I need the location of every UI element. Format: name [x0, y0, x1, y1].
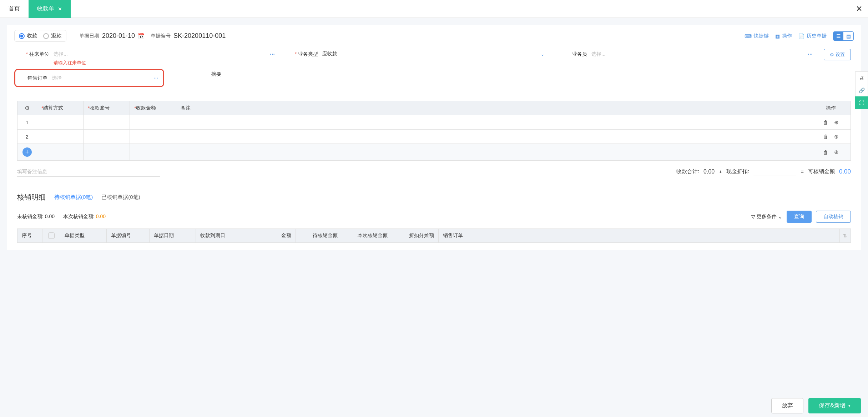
ellipsis-icon[interactable]: ⋯ [270, 51, 275, 57]
col-pend: 待核销金额 [296, 229, 342, 242]
col-note: 备注 [176, 101, 811, 115]
radio-label: 收款 [27, 32, 37, 39]
col-date: 单据日期 [150, 229, 196, 242]
delete-icon[interactable]: 🗑 [823, 134, 828, 140]
gear-icon: ⚙ [830, 52, 834, 57]
writeoff-value: 0.00 [839, 168, 851, 175]
calendar-icon[interactable]: 📅 [138, 32, 145, 39]
shortcut-link[interactable]: ⌨快捷键 [745, 33, 769, 39]
view-card-icon[interactable]: ▤ [843, 32, 853, 40]
thiswriteoff-val: 0.00 [96, 213, 106, 219]
radio-refund[interactable]: 退款 [43, 32, 62, 39]
side-print-icon[interactable]: 🖨 [855, 71, 868, 84]
row-num: 2 [17, 130, 37, 144]
grid-icon: ▦ [775, 33, 780, 39]
grid-row: 1 🗑⊕ [17, 115, 851, 130]
col-amt: 收款金额 [130, 101, 176, 115]
tab-done[interactable]: 已核销单据(0笔) [101, 194, 140, 201]
radio-icon [19, 33, 25, 39]
doc-date-value[interactable]: 2020-01-10 [102, 32, 135, 40]
query-button[interactable]: 查询 [787, 211, 812, 223]
view-toggle: ☰ ▤ [833, 31, 854, 41]
tab-label: 收款单 [37, 5, 54, 12]
col-disc: 折扣分摊额 [392, 229, 439, 242]
gear-icon[interactable]: ⚙ [17, 101, 37, 115]
detail-grid: 序号 单据类型 单据编号 单据日期 收款到期日 金额 待核销金额 本次核销金额 … [17, 228, 851, 243]
keyboard-icon: ⌨ [745, 33, 752, 39]
total-value: 0.00 [703, 169, 715, 175]
settings-button[interactable]: ⚙设置 [824, 49, 851, 60]
col-order: 销售订单 [439, 229, 840, 242]
copy-icon[interactable]: ⊕ [834, 134, 839, 140]
biztype-label: 业务类型 [286, 51, 318, 57]
select-all-checkbox[interactable] [48, 232, 55, 239]
delete-icon[interactable]: 🗑 [823, 149, 828, 155]
radio-receipt[interactable]: 收款 [19, 32, 37, 39]
col-this: 本次核销金额 [342, 229, 392, 242]
unwriteoff-label: 未核销金额: [17, 213, 44, 219]
grid-row-add: + 🗑⊕ [17, 144, 851, 160]
col-due: 收款到期日 [196, 229, 253, 242]
copy-icon[interactable]: ⊕ [834, 119, 839, 126]
history-link[interactable]: 📄历史单据 [798, 33, 827, 39]
col-no: 单据编号 [107, 229, 150, 242]
partner-label: 往来单位 [17, 51, 49, 57]
salesorder-input[interactable] [52, 73, 161, 83]
more-conditions[interactable]: ▽更多条件⌄ [751, 213, 782, 220]
view-list-icon[interactable]: ☰ [833, 32, 843, 40]
remark-input[interactable] [17, 166, 160, 177]
side-link-icon[interactable]: 🔗 [855, 84, 868, 97]
payment-grid: ⚙ 结算方式 收款账号 收款金额 备注 操作 1 🗑⊕ 2 🗑⊕ + [17, 101, 851, 161]
col-acct: 收款账号 [84, 101, 130, 115]
tabs-close-icon[interactable]: ✕ [856, 4, 862, 14]
col-amt: 金额 [253, 229, 296, 242]
col-type: 单据类型 [60, 229, 107, 242]
tab-pending[interactable]: 待核销单据(0笔) [54, 194, 93, 201]
section-title: 核销明细 [17, 192, 46, 202]
receipt-type-radio: 收款 退款 [14, 30, 66, 42]
close-icon[interactable]: ✕ [58, 6, 62, 12]
partner-input[interactable] [54, 49, 277, 59]
col-settle: 结算方式 [37, 101, 84, 115]
side-expand-icon[interactable]: ⛶ [855, 96, 868, 109]
chevron-down-icon[interactable]: ⌄ [541, 52, 544, 57]
doc-no-value: SK-20200110-001 [173, 32, 226, 40]
discount-input[interactable] [753, 167, 796, 176]
auto-writeoff-button[interactable]: 自动核销 [816, 211, 851, 223]
tab-home[interactable]: 首页 [0, 0, 29, 18]
delete-icon[interactable]: 🗑 [823, 119, 828, 125]
salesman-label: 业务员 [555, 51, 587, 57]
grid-row: 2 🗑⊕ [17, 130, 851, 144]
thiswriteoff-label: 本次核销金额: [63, 213, 95, 219]
salesman-input[interactable] [591, 49, 815, 59]
add-row-button[interactable]: + [22, 147, 32, 157]
summary-input[interactable] [226, 69, 339, 79]
col-seq: 序号 [17, 229, 42, 242]
radio-label: 退款 [51, 32, 62, 39]
partner-error: 请输入往来单位 [54, 60, 86, 66]
salesorder-label: 销售订单 [15, 75, 47, 81]
col-ops: 操作 [811, 101, 851, 115]
total-label: 收款合计: [676, 168, 699, 175]
radio-icon [43, 33, 49, 39]
unwriteoff-val: 0.00 [45, 213, 55, 219]
operate-link[interactable]: ▦操作 [775, 33, 792, 39]
disc-label: 现金折扣: [726, 168, 749, 175]
chevron-down-icon: ⌄ [778, 214, 782, 220]
doc-date-label: 单据日期 [79, 33, 99, 39]
copy-icon[interactable]: ⊕ [834, 149, 839, 155]
doc-no-label: 单据编号 [151, 33, 171, 39]
biztype-input[interactable] [322, 49, 547, 59]
ellipsis-icon[interactable]: ⋯ [808, 51, 813, 57]
tab-receipt[interactable]: 收款单 ✕ [29, 0, 71, 18]
row-num: 1 [17, 115, 37, 129]
sort-icon[interactable]: ⇅ [840, 229, 851, 242]
doc-icon: 📄 [798, 33, 804, 39]
ellipsis-icon[interactable]: ⋯ [153, 75, 159, 81]
summary-label: 摘要 [189, 71, 221, 77]
filter-icon: ▽ [751, 214, 755, 220]
writeoff-label: 可核销金额 [808, 168, 835, 175]
